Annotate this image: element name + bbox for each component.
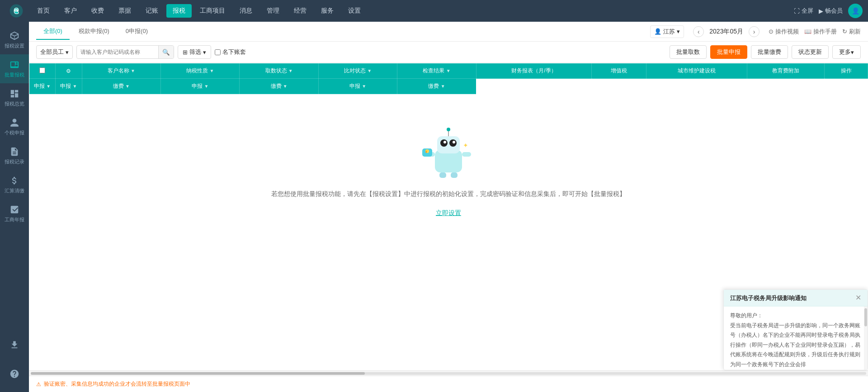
nav-industry[interactable]: 工商项目	[193, 4, 231, 18]
svg-point-10	[447, 128, 450, 131]
sidebar-item-annual-report[interactable]: 工商年报	[0, 199, 29, 228]
fullscreen-label: 全屏	[802, 7, 813, 15]
filter-icon: ▼	[46, 84, 51, 89]
th-tax-type: 纳税性质 ▼	[160, 63, 239, 79]
th-edu-pay: 缴费 ▼	[397, 79, 476, 94]
month-navigation: ‹ 2023年05月 ›	[693, 26, 760, 37]
search-input[interactable]	[77, 49, 158, 55]
region-label: 江苏	[663, 28, 675, 36]
refresh-icon: ↻	[842, 28, 847, 35]
filter-button[interactable]: ⊞ 筛选 ▾	[178, 45, 211, 59]
svg-rect-12	[462, 152, 471, 157]
filter-icon: ▼	[362, 84, 366, 89]
th-city-pay: 缴费 ▼	[240, 79, 318, 94]
scrollbar-thumb[interactable]	[31, 372, 365, 375]
account-checkbox[interactable]	[215, 49, 221, 55]
operation-video-label: 操作视频	[775, 28, 799, 36]
bottom-warning-text: 验证账密、采集信息均成功的企业才会流转至批量报税页面中	[44, 380, 190, 388]
nav-business[interactable]: 经营	[288, 4, 313, 18]
sidebar-item-personal-tax[interactable]: 个税申报	[0, 112, 29, 141]
filter-icon: ▼	[283, 84, 288, 89]
th-education-surcharge: 教育费附加	[747, 63, 825, 79]
nav-right-actions: ⛶ 全屏 ▶ 畅会员 👤	[794, 4, 863, 18]
batch-fetch-button[interactable]: 批量取数	[670, 45, 707, 59]
sidebar-item-help[interactable]	[0, 359, 29, 388]
filter-icon: ▼	[73, 84, 77, 89]
th-edu-declare: 申报 ▼	[318, 79, 397, 94]
nav-bookkeeping[interactable]: 记账	[139, 4, 165, 18]
account-checkbox-label[interactable]: 名下账套	[215, 48, 246, 56]
main-content: 全部(0) 税款申报(0) 0申报(0) 👤 江苏 ▾ ‹ 2023年05月	[29, 22, 868, 392]
th-operation: 操作	[825, 63, 868, 79]
horizontal-scrollbar[interactable]	[29, 370, 868, 376]
sidebar-label-personal-tax: 个税申报	[5, 129, 24, 136]
employee-select[interactable]: 全部员工 ▾	[36, 45, 73, 59]
th-vat-declare: 申报 ▼	[56, 79, 82, 94]
setup-link[interactable]: 立即设置	[436, 209, 461, 217]
member-icon: ▶	[819, 8, 823, 14]
notification-scroll-thumb	[864, 308, 867, 326]
sidebar-item-settlement[interactable]: 汇算清缴	[0, 170, 29, 199]
tab-zero-declare[interactable]: 0申报(0)	[118, 24, 155, 40]
notification-text: 尊敬的用户：受当前电子税务局进一步升级的影响，同一个政务网账号（办税人）名下的企…	[730, 312, 860, 368]
tab-all[interactable]: 全部(0)	[36, 24, 70, 40]
notification-close-button[interactable]: ✕	[855, 294, 861, 301]
sidebar-item-batch-tax[interactable]: 批量报税	[0, 54, 29, 83]
operation-video-button[interactable]: ⊙ 操作视频	[769, 28, 799, 36]
user-icon: 👤	[654, 28, 661, 35]
svg-text:✦: ✦	[463, 142, 468, 149]
nav-settings[interactable]: 设置	[342, 4, 367, 18]
filter-icon: ▼	[288, 68, 293, 73]
more-button[interactable]: 更多 ▾	[832, 45, 861, 59]
notification-scrollbar[interactable]	[864, 306, 868, 370]
filter-icon: ▼	[204, 84, 208, 89]
sidebar-item-download[interactable]	[0, 330, 29, 359]
nav-tax[interactable]: 报税	[166, 4, 192, 18]
table-body: ¥ ✦ 若您想使用批量报税功能，请先在【报税设置】中进行报税的初始化设置，完成密…	[29, 94, 868, 249]
nav-message[interactable]: 消息	[233, 4, 259, 18]
svg-rect-14	[451, 172, 458, 178]
select-all-checkbox[interactable]	[39, 67, 45, 73]
top-navigation: C 首页 客户 收费 票据 记账 报税 工商项目 消息 管理 经营 服务 设置 …	[0, 0, 868, 22]
fullscreen-button[interactable]: ⛶ 全屏	[794, 7, 813, 15]
th-vat: 增值税	[592, 63, 646, 79]
app-logo[interactable]: C	[5, 0, 27, 22]
next-month-button[interactable]: ›	[749, 26, 760, 37]
nav-manage[interactable]: 管理	[260, 4, 286, 18]
member-label: 畅会员	[825, 7, 843, 15]
sidebar-item-tax-overview[interactable]: 报税总览	[0, 83, 29, 112]
region-selector[interactable]: 👤 江苏 ▾	[650, 25, 684, 38]
nav-service[interactable]: 服务	[315, 4, 340, 18]
nav-billing[interactable]: 收费	[85, 4, 110, 18]
sidebar-item-tax-record[interactable]: 报税记录	[0, 141, 29, 170]
th-settings[interactable]: ⚙	[56, 63, 82, 79]
empty-state: ¥ ✦ 若您想使用批量报税功能，请先在【报税设置】中进行报税的初始化设置，完成密…	[29, 94, 868, 248]
chevron-down-icon: ▾	[203, 49, 206, 56]
refresh-button[interactable]: ↻ 刷新	[842, 28, 861, 36]
prev-month-button[interactable]: ‹	[693, 26, 704, 37]
nav-invoice[interactable]: 票据	[112, 4, 137, 18]
nav-home[interactable]: 首页	[31, 4, 56, 18]
sidebar-item-tax-settings[interactable]: 报税设置	[0, 25, 29, 54]
th-checkbox[interactable]	[29, 63, 56, 79]
operation-manual-button[interactable]: 📖 操作手册	[804, 28, 837, 36]
search-button[interactable]: 🔍	[158, 45, 174, 59]
batch-declare-button[interactable]: 批量申报	[710, 45, 747, 59]
data-table: ⚙ 客户名称 ▼ 纳税性质 ▼ 取数状态 ▼	[29, 63, 868, 248]
filter-icon: ▼	[367, 68, 372, 73]
bottom-bar: ⚠ 验证账密、采集信息均成功的企业才会流转至批量报税页面中	[29, 376, 868, 392]
th-customer-name: 客户名称 ▼	[82, 63, 160, 79]
avatar[interactable]: 👤	[848, 4, 863, 18]
th-financial-report: 财务报表（月/季）	[476, 63, 591, 79]
tab-tax-declare[interactable]: 税款申报(0)	[71, 24, 117, 40]
th-check-result: 检查结果 ▼	[397, 63, 476, 79]
search-icon: 🔍	[162, 49, 170, 56]
sidebar: 报税设置 批量报税 报税总览 个税申报 报税记录 汇算清缴 工商年报	[0, 22, 29, 392]
member-button[interactable]: ▶ 畅会员	[819, 7, 843, 15]
nav-customer[interactable]: 客户	[58, 4, 83, 18]
batch-pay-button[interactable]: 批量缴费	[751, 45, 788, 59]
status-update-button[interactable]: 状态更新	[792, 45, 829, 59]
sidebar-label-tax-overview: 报税总览	[5, 100, 24, 107]
th-city-declare: 申报 ▼	[160, 79, 239, 94]
svg-rect-4	[437, 136, 460, 153]
